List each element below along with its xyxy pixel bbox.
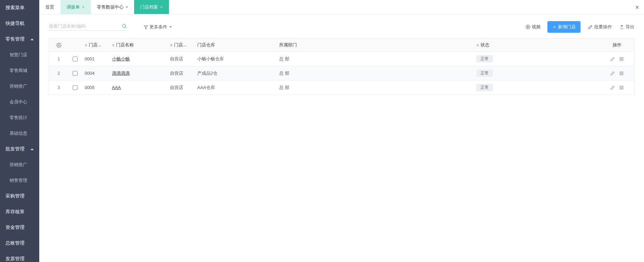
export-button[interactable]: 导出 [619, 24, 634, 30]
sidebar-item-smart-store[interactable]: 智慧门店 [0, 47, 39, 63]
th-store-name[interactable]: 门店名称 [109, 39, 167, 52]
tab-bar: 首页 调拨单 × 零售数据中心 × 门店档案 × [39, 0, 644, 14]
sort-icon [476, 44, 479, 47]
export-icon [619, 25, 624, 29]
sort-icon [112, 44, 115, 47]
th-ops: 操作 [600, 39, 634, 52]
tab-store-archive[interactable]: 门店档案 × [134, 0, 169, 14]
search-wrap [49, 24, 127, 31]
more-row-icon[interactable] [619, 71, 624, 76]
add-store-button[interactable]: ＋ 新增门店 [547, 21, 581, 33]
svg-rect-6 [620, 57, 621, 59]
svg-rect-16 [620, 88, 621, 89]
status-badge: 正常 [476, 84, 493, 91]
sidebar-item-retail-stats[interactable]: 零售统计 [0, 110, 39, 126]
svg-line-1 [125, 27, 126, 28]
play-circle-icon [526, 25, 530, 29]
cell-type: 自营店 [167, 52, 195, 66]
row-checkbox[interactable] [73, 71, 77, 76]
edit-row-icon[interactable] [610, 57, 615, 61]
chevron-down-icon [169, 26, 172, 28]
store-name-link[interactable]: AAA [112, 85, 121, 90]
close-all-icon[interactable]: × [635, 3, 639, 11]
sidebar-item-fund-mgmt[interactable]: 资金管理 [0, 220, 39, 235]
th-settings[interactable] [49, 39, 68, 52]
th-store-type[interactable]: 门店... [167, 39, 195, 52]
more-conditions-button[interactable]: 更多条件 [144, 24, 172, 30]
svg-marker-4 [528, 26, 529, 28]
sidebar-item-inventory[interactable]: 库存核算 [0, 204, 39, 220]
edit-row-icon[interactable] [610, 85, 615, 90]
sidebar-item-marketing-1[interactable]: 营销推广 [0, 78, 39, 94]
svg-point-5 [58, 44, 59, 46]
cell-code: 0005 [82, 81, 109, 94]
table-row: 2 0004 滴滴滴滴 自营店 产成品2仓 总 部 正常 [49, 66, 634, 81]
cell-type: 自营店 [167, 81, 195, 94]
plus-icon: ＋ [552, 24, 557, 30]
table-row: 3 0005 AAA 自营店 AAA仓库 总 部 正常 [49, 81, 634, 95]
svg-rect-9 [622, 59, 623, 61]
sidebar-item-invoice-mgmt[interactable]: 发票管理 [0, 251, 39, 262]
store-name-link[interactable]: 小畅小畅 [112, 56, 130, 62]
status-badge: 正常 [476, 55, 493, 62]
row-checkbox[interactable] [73, 85, 77, 90]
sidebar-item-quick-nav[interactable]: 快捷导航 [0, 16, 39, 31]
sidebar-item-purchase-mgmt[interactable]: 采购管理 [0, 188, 39, 204]
sort-icon [170, 44, 173, 47]
filter-icon [144, 25, 148, 29]
sidebar-item-search-menu[interactable]: 搜索菜单 [0, 0, 39, 16]
tab-transfer[interactable]: 调拨单 × [60, 0, 91, 14]
svg-point-0 [123, 24, 126, 27]
more-row-icon[interactable] [619, 85, 624, 90]
sidebar-item-retail-mgmt[interactable]: 零售管理 [0, 31, 39, 47]
row-index: 3 [49, 81, 68, 94]
close-icon[interactable]: × [126, 4, 128, 10]
svg-rect-8 [620, 59, 621, 61]
store-table: 门店... 门店名称 门店... 门店仓库 所属部门 [49, 38, 634, 95]
sort-icon [85, 44, 87, 47]
svg-rect-10 [620, 72, 621, 73]
cell-department: 总 部 [276, 66, 474, 80]
svg-rect-12 [620, 74, 621, 75]
svg-rect-7 [622, 57, 623, 59]
svg-rect-17 [622, 88, 623, 89]
row-checkbox[interactable] [73, 57, 77, 61]
svg-marker-2 [144, 26, 148, 29]
video-link[interactable]: 视频 [526, 24, 541, 30]
tab-home[interactable]: 首页 [39, 0, 60, 14]
row-index: 1 [49, 52, 68, 66]
tab-retail-data-center[interactable]: 零售数据中心 × [91, 0, 134, 14]
batch-ops-button[interactable]: 批量操作 [588, 24, 612, 30]
sidebar-item-wholesale-mgmt[interactable]: 批发管理 [0, 141, 39, 157]
store-name-link[interactable]: 滴滴滴滴 [112, 70, 130, 76]
close-icon[interactable]: × [160, 4, 163, 10]
th-status[interactable]: 状态 [474, 39, 600, 52]
sidebar-item-ledger-mgmt[interactable]: 总账管理 [0, 235, 39, 251]
cell-warehouse: 小畅小畅仓库 [195, 52, 276, 66]
th-department: 所属部门 [276, 39, 474, 52]
edit-icon [588, 25, 593, 29]
edit-row-icon[interactable] [610, 71, 615, 76]
cell-department: 总 部 [276, 52, 474, 66]
svg-rect-13 [622, 74, 623, 75]
table-row: 1 0001 小畅小畅 自营店 小畅小畅仓库 总 部 正常 [49, 52, 634, 66]
sidebar-item-basic-info[interactable]: 基础信息 [0, 126, 39, 141]
sidebar-item-member-center[interactable]: 会员中心 [0, 94, 39, 110]
close-icon[interactable]: × [82, 4, 85, 10]
cell-warehouse: 产成品2仓 [195, 66, 276, 80]
th-warehouse: 门店仓库 [195, 39, 276, 52]
sidebar-item-retail-mall[interactable]: 零售商城 [0, 63, 39, 78]
more-row-icon[interactable] [619, 57, 624, 61]
row-index: 2 [49, 66, 68, 80]
cell-code: 0004 [82, 66, 109, 80]
search-input[interactable] [49, 24, 122, 29]
cell-type: 自营店 [167, 66, 195, 80]
sidebar-item-sales-mgmt[interactable]: 销售管理 [0, 173, 39, 188]
sidebar-item-marketing-2[interactable]: 营销推广 [0, 157, 39, 173]
sidebar: 搜索菜单 快捷导航 零售管理 智慧门店 零售商城 营销推广 会员中心 零售统计 … [0, 0, 39, 262]
caret-up-icon [30, 148, 34, 150]
th-store-code[interactable]: 门店... [82, 39, 109, 52]
search-icon[interactable] [122, 24, 127, 29]
caret-up-icon [30, 39, 34, 40]
toolbar: 更多条件 视频 ＋ 新增门店 批量操作 导出 [49, 21, 634, 33]
